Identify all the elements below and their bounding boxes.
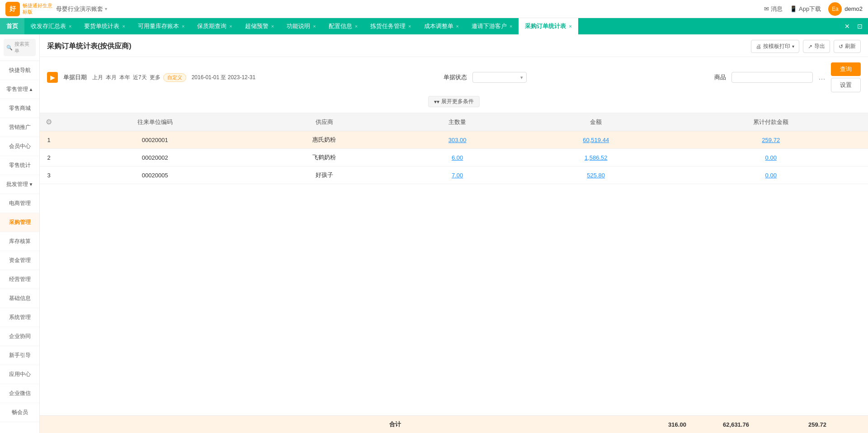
table-footer: 合计 316.00 62,631.76 259.72 [40,415,868,433]
sidebar-item-enterprise-coop[interactable]: 企业协同 [0,327,39,346]
tab-cost-adjust[interactable]: 成本调整单 × [418,18,465,34]
shortcut-this-year[interactable]: 本年 [119,74,130,81]
th-paid: 累计付款金额 [674,113,868,131]
date-shortcuts: 上月 本月 本年 近7天 更多 自定义 [92,73,186,82]
close-icon[interactable]: × [69,24,71,29]
filter-toggle-button[interactable]: ▶ [47,72,58,83]
custom-date-tag[interactable]: 自定义 [163,73,186,82]
close-icon[interactable]: × [182,24,184,29]
tab-home[interactable]: 首页 [0,18,24,34]
user-area[interactable]: Ea demo2 [828,2,863,16]
sidebar-item-purchase[interactable]: 采购管理 [0,213,39,232]
logo-icon: 好 [5,2,20,16]
data-table: ⚙ 往来单位编码 供应商 主数量 金额 累计付款金额 1 00020001 [40,113,868,184]
close-icon[interactable]: × [122,24,125,29]
row1-amount[interactable]: 60,519.44 [518,131,674,149]
table-header: ⚙ 往来单位编码 供应商 主数量 金额 累计付款金额 [40,113,868,131]
row1-no: 1 [40,131,58,149]
tab-order-stat[interactable]: 要货单统计表 × [78,18,131,34]
nav-controls: ✕ ⊡ [843,21,868,32]
date-range-display: 2016-01-01 至 2023-12-31 [192,74,255,81]
row3-amount[interactable]: 525.80 [518,167,674,184]
tab-collection[interactable]: 收发存汇总表 × [24,18,78,34]
sidebar-item-retail[interactable]: 零售管理 ▲ [0,80,39,99]
app-download-button[interactable]: 📱 App下载 [790,5,821,13]
message-icon: ✉ [764,5,769,12]
close-icon[interactable]: × [229,24,232,29]
tab-overstock[interactable]: 超储预警 × [239,18,280,34]
main-layout: 🔍 搜索英单 快捷导航 零售管理 ▲ 零售商城 营销推广 会员中心 零售统计 [0,34,868,433]
row1-unit-code: 00020001 [58,131,252,149]
sidebar-item-app-center[interactable]: 应用中心 [0,365,39,384]
page-container: 采购订单统计表(按供应商) 🖨 按模板打印 ▾ ↗ 导出 ↺ 刷新 [40,34,868,433]
search-box[interactable]: 🔍 搜索英单 [4,39,36,56]
sidebar-item-ecommerce[interactable]: 电商管理 [0,194,39,213]
sidebar-item-retail-stat[interactable]: 零售统计 [0,156,39,175]
settings-button[interactable]: 设置 [831,78,861,92]
shortcut-last-month[interactable]: 上月 [92,74,103,81]
table-row: 2 00020002 飞鹤奶粉 6.00 1,586.52 0.00 [40,149,868,167]
close-icon[interactable]: × [408,24,411,29]
row1-paid[interactable]: 259.72 [674,131,868,149]
shortcut-this-month[interactable]: 本月 [106,74,117,81]
phone-icon: 📱 [790,5,797,12]
sidebar-item-vip[interactable]: 畅会员 [0,403,39,422]
search-button[interactable]: 查询 [831,62,861,76]
maximize-window-button[interactable]: ⊡ [855,21,864,32]
sidebar-search-area[interactable]: 🔍 搜索英单 [0,34,39,61]
sidebar-item-system[interactable]: 系统管理 [0,308,39,327]
sidebar-item-inventory-check[interactable]: 库存核算 [0,232,39,251]
row2-qty[interactable]: 6.00 [396,149,518,167]
row3-qty[interactable]: 7.00 [396,167,518,184]
sidebar-item-newbie[interactable]: 新手引导 [0,346,39,365]
workspace-selector[interactable]: 母婴行业演示账套 ▾ [56,5,107,13]
export-button[interactable]: ↗ 导出 [803,40,830,53]
goods-more-icon[interactable]: … [818,73,826,81]
close-icon[interactable]: × [313,24,316,29]
shortcut-7days[interactable]: 近7天 [133,74,147,81]
th-settings[interactable]: ⚙ [40,113,58,131]
table-container: ⚙ 往来单位编码 供应商 主数量 金额 累计付款金额 1 00020001 [40,113,868,415]
settings-icon: ⚙ [46,118,52,126]
shortcut-more[interactable]: 更多 [150,74,160,81]
message-button[interactable]: ✉ 消息 [764,5,783,13]
page-title: 采购订单统计表(按供应商) [47,42,132,51]
tab-pick-task[interactable]: 拣货任务管理 × [364,18,417,34]
tab-function[interactable]: 功能说明 × [280,18,322,34]
footer-label: 合计 [136,420,655,428]
goods-input[interactable] [731,72,813,83]
tab-inventory[interactable]: 可用量库存账本 × [132,18,191,34]
expand-button[interactable]: ▾▾ 展开更多条件 [428,96,480,107]
sidebar-item-quicknav[interactable]: 快捷导航 [0,61,39,80]
close-icon[interactable]: × [456,24,459,29]
refresh-button[interactable]: ↺ 刷新 [834,40,861,53]
sidebar-item-marketing[interactable]: 营销推广 [0,118,39,137]
tab-invite[interactable]: 邀请下游客户 × [465,18,519,34]
print-button[interactable]: 🖨 按模板打印 ▾ [751,40,799,53]
row3-paid[interactable]: 0.00 [674,167,868,184]
status-select[interactable] [472,72,527,83]
sidebar-item-enterprise-wechat[interactable]: 企业微信 [0,384,39,403]
close-icon[interactable]: × [569,24,571,29]
table-row: 1 00020001 惠氏奶粉 303.00 60,519.44 259.72 [40,131,868,149]
row2-paid[interactable]: 0.00 [674,149,868,167]
sidebar-item-member[interactable]: 会员中心 [0,137,39,156]
row2-unit-code: 00020002 [58,149,252,167]
close-icon[interactable]: × [355,24,358,29]
sidebar-item-wholesale[interactable]: 批发管理 ▼ [0,175,39,194]
print-icon: 🖨 [756,43,761,50]
close-window-button[interactable]: ✕ [843,21,852,32]
sidebar-item-operations[interactable]: 经营管理 [0,270,39,289]
close-icon[interactable]: × [271,24,274,29]
close-icon[interactable]: × [509,24,512,29]
row1-qty[interactable]: 303.00 [396,131,518,149]
sidebar-item-finance[interactable]: 资金管理 [0,251,39,270]
logo-text: 畅捷通好生意 标版 [23,3,52,14]
tab-warranty[interactable]: 保质期查询 × [191,18,238,34]
footer-qty: 316.00 [655,421,700,428]
sidebar-item-retail-store[interactable]: 零售商城 [0,99,39,118]
tab-config[interactable]: 配置信息 × [322,18,364,34]
row2-amount[interactable]: 1,586.52 [518,149,674,167]
sidebar-item-basic-info[interactable]: 基础信息 [0,289,39,308]
tab-purchase-stat[interactable]: 采购订单统计表 × [519,18,578,34]
